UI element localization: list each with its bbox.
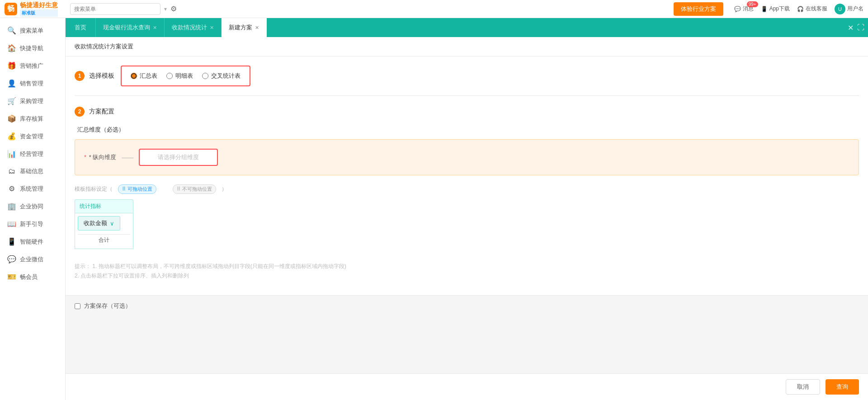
- sidebar-item-member[interactable]: 🎫 畅会员: [0, 268, 65, 286]
- sidebar-label-sales: 销售管理: [20, 80, 43, 88]
- online-support[interactable]: 🎧 在线客服: [797, 5, 827, 13]
- sidebar-item-operations[interactable]: 📊 经营管理: [0, 145, 65, 163]
- metrics-table-area: 统计指标 收款金额 ∨ 合计: [75, 199, 859, 249]
- radio-summary-input[interactable]: [131, 73, 137, 79]
- sidebar-item-marketing[interactable]: 🎁 营销推广: [0, 57, 65, 75]
- tab-bank-flow[interactable]: 现金银行流水查询 ✕: [96, 18, 165, 37]
- dropdown-icon[interactable]: ▾: [164, 6, 167, 12]
- metrics-section: 模板指标设定（ ⠿ 可拖动位置 ⠿ 不可拖动位置 ）: [75, 184, 859, 286]
- logo: 畅 畅捷通好生意 标准版: [5, 1, 70, 17]
- radio-cross-label: 交叉统计表: [211, 72, 241, 80]
- vertical-dim-label: * * 纵向维度: [84, 153, 116, 161]
- save-label: 方案保存（可选）: [84, 302, 131, 310]
- tab-new-plan-label: 新建方案: [229, 24, 252, 32]
- page-header: 收款情况统计方案设置: [66, 37, 868, 56]
- metrics-config-sep: [162, 185, 167, 193]
- radio-cross-input[interactable]: [202, 73, 208, 79]
- query-button[interactable]: 查询: [826, 379, 859, 395]
- step2-indicator: 2 方案配置: [75, 107, 859, 117]
- sidebar-label-system: 系统管理: [20, 185, 43, 193]
- dimension-row: * * 纵向维度 —— 请选择分组维度: [84, 149, 849, 166]
- trial-button[interactable]: 体验行业方案: [674, 2, 723, 16]
- radio-detail-input[interactable]: [166, 73, 173, 79]
- nodrag-icon: ⠿: [177, 186, 180, 192]
- sidebar-item-hardware[interactable]: 📱 智能硬件: [0, 233, 65, 250]
- sidebar-label-quicknav: 快捷导航: [20, 44, 43, 52]
- cancel-button[interactable]: 取消: [786, 379, 820, 395]
- menu-search-input[interactable]: [70, 3, 160, 15]
- sidebar-item-wechat[interactable]: 💬 企业微信: [0, 250, 65, 268]
- sidebar-label-basic: 基础信息: [20, 167, 43, 175]
- chat-icon: 💬: [7, 255, 16, 264]
- sidebar-item-system[interactable]: ⚙ 系统管理: [0, 180, 65, 198]
- dimension-area: * * 纵向维度 —— 请选择分组维度: [75, 139, 859, 175]
- gear-icon[interactable]: ⚙: [170, 5, 177, 13]
- app-download[interactable]: 📱 App下载: [761, 5, 790, 13]
- template-radio-group: 汇总表 明细表 交叉统计表: [131, 72, 241, 80]
- sidebar-item-enterprise[interactable]: 🏢 企业协同: [0, 198, 65, 215]
- sidebar-item-finance[interactable]: 💰 资金管理: [0, 127, 65, 145]
- notification-area[interactable]: 💬 消息 99+: [734, 5, 754, 13]
- sidebar-item-search[interactable]: 🔍 搜索菜单: [0, 22, 65, 39]
- save-checkbox[interactable]: [75, 303, 80, 309]
- page-content: 收款情况统计方案设置 1 选择模板 汇总表: [66, 37, 868, 373]
- tip-2: 2. 点击标题栏下拉可设置排序、插入列和删除列: [75, 272, 859, 280]
- sidebar-label-finance: 资金管理: [20, 132, 43, 141]
- sidebar-item-guide[interactable]: 📖 新手引导: [0, 215, 65, 233]
- metrics-config-end: ）: [222, 185, 227, 193]
- form-section: 1 选择模板 汇总表 明细表: [66, 56, 868, 295]
- content-area: 首页 现金银行流水查询 ✕ 收款情况统计 ✕ 新建方案 ✕ ✕ ⛶ 收: [66, 18, 868, 400]
- drag-icon: ⠿: [122, 186, 126, 192]
- gift-icon: 🎁: [7, 61, 16, 70]
- save-section: 方案保存（可选）: [66, 295, 868, 316]
- sidebar-item-quicknav[interactable]: 🏠 快捷导航: [0, 39, 65, 57]
- tab-collection-close[interactable]: ✕: [210, 25, 214, 31]
- radio-detail[interactable]: 明细表: [166, 72, 193, 80]
- metric-total: 合计: [78, 234, 130, 246]
- draggable-badge: ⠿ 可拖动位置: [118, 184, 156, 194]
- user-avatar[interactable]: U 用户名: [835, 4, 863, 14]
- username: 用户名: [847, 5, 863, 13]
- tab-bar: 首页 现金银行流水查询 ✕ 收款情况统计 ✕ 新建方案 ✕ ✕ ⛶: [66, 18, 868, 37]
- top-breadcrumb: ▾ ⚙: [70, 3, 372, 15]
- sidebar-label-marketing: 营销推广: [20, 62, 43, 70]
- sidebar-item-purchase[interactable]: 🛒 采购管理: [0, 92, 65, 110]
- metrics-config-text: 模板指标设定（: [75, 185, 113, 193]
- tab-collection-stats[interactable]: 收款情况统计 ✕: [165, 18, 222, 37]
- box-icon: 📦: [7, 114, 16, 123]
- building-icon: 🏢: [7, 202, 16, 211]
- tab-new-plan-close[interactable]: ✕: [255, 25, 259, 31]
- tab-collection-stats-label: 收款情况统计: [172, 24, 207, 32]
- radio-detail-label: 明细表: [175, 72, 193, 80]
- dimension-placeholder: 请选择分组维度: [158, 154, 199, 160]
- radio-summary[interactable]: 汇总表: [131, 72, 157, 80]
- tab-bank-flow-close[interactable]: ✕: [153, 25, 157, 31]
- template-selection: 汇总表 明细表 交叉统计表: [121, 66, 250, 86]
- non-draggable-label: 不可拖动位置: [182, 186, 212, 193]
- money-icon: 💰: [7, 132, 16, 141]
- sidebar-item-basic[interactable]: 🗂 基础信息: [0, 163, 65, 180]
- sidebar: 🔍 搜索菜单 🏠 快捷导航 🎁 营销推广 👤 销售管理 🛒 采购管理 📦 库存核…: [0, 18, 66, 400]
- sidebar-label-operations: 经营管理: [20, 150, 43, 158]
- sidebar-item-sales[interactable]: 👤 销售管理: [0, 75, 65, 92]
- sidebar-label-purchase: 采购管理: [20, 97, 43, 105]
- step1-indicator: 1 选择模板 汇总表 明细表: [75, 66, 859, 86]
- dimension-select[interactable]: 请选择分组维度: [139, 149, 218, 166]
- stats-header: 统计指标: [75, 199, 133, 213]
- sidebar-item-inventory[interactable]: 📦 库存核算: [0, 110, 65, 127]
- tab-maximize-icon[interactable]: ⛶: [857, 24, 864, 32]
- tab-close-window-icon[interactable]: ✕: [848, 24, 854, 32]
- sidebar-label-search: 搜索菜单: [20, 27, 43, 35]
- metric-chip-amount[interactable]: 收款金额 ∨: [78, 216, 120, 231]
- metric-label: 收款金额: [84, 219, 107, 227]
- radio-cross[interactable]: 交叉统计表: [202, 72, 241, 80]
- sub-label-dimension: 汇总维度（必选）: [77, 126, 859, 134]
- ticket-icon: 🎫: [7, 273, 16, 281]
- sidebar-label-guide: 新手引导: [20, 220, 43, 228]
- top-bar: 畅 畅捷通好生意 标准版 ▾ ⚙ 体验行业方案 💬 消息 99+ 📱 App下载…: [0, 0, 868, 18]
- cart-icon: 🛒: [7, 97, 16, 105]
- tab-new-plan[interactable]: 新建方案 ✕: [222, 18, 267, 37]
- tab-home[interactable]: 首页: [66, 18, 96, 37]
- draggable-label: 可拖动位置: [127, 186, 152, 193]
- tips-area: 提示： 1. 拖动标题栏可以调整布局，不可跨维度或指标区域拖动列目字段(只能在同…: [75, 258, 859, 286]
